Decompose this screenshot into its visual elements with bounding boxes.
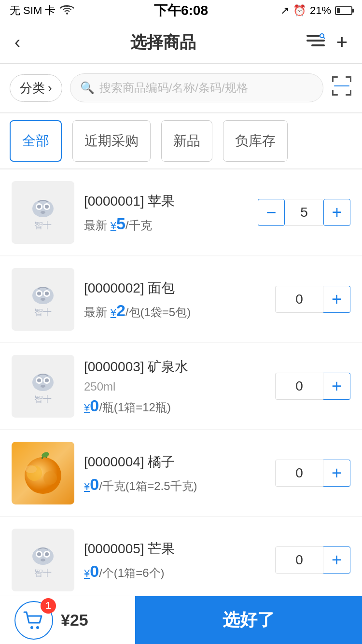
- svg-point-30: [45, 378, 49, 382]
- bottom-bar: 1 ¥25 选好了: [0, 596, 362, 644]
- svg-point-41: [37, 552, 41, 556]
- product-thumbnail: 智十: [12, 355, 74, 418]
- list-item: 智十 [0000001] 苹果 最新 ¥5/千克 − +: [0, 169, 362, 255]
- product-info: [0000005] 芒果 ¥0/个(1箱=6个): [84, 540, 265, 581]
- yen-symbol: ¥: [84, 567, 90, 579]
- svg-point-24: [45, 292, 49, 295]
- qty-input[interactable]: [275, 286, 323, 313]
- product-thumbnail: 智十: [12, 529, 74, 591]
- qty-minus-button[interactable]: −: [258, 199, 285, 226]
- price-unit: /千克(1箱=2.5千克): [99, 479, 197, 492]
- product-name: [0000005] 芒果: [84, 540, 265, 558]
- svg-point-31: [41, 385, 45, 388]
- product-price: ¥0/瓶(1箱=12瓶): [84, 396, 265, 415]
- owl-logo-icon: 智十: [28, 282, 57, 317]
- location-icon: ↗: [280, 4, 289, 17]
- brand-label: 智十: [34, 395, 52, 404]
- tab-all[interactable]: 全部: [10, 120, 62, 162]
- svg-point-35: [43, 471, 57, 485]
- svg-point-14: [32, 200, 54, 217]
- svg-point-3: [320, 34, 324, 38]
- svg-point-36: [25, 465, 37, 473]
- price-unit: /包(1袋=5包): [125, 306, 191, 319]
- price-value: 0: [90, 562, 99, 580]
- tab-recent-purchase[interactable]: 近期采购: [72, 120, 151, 162]
- product-price: 最新 ¥2/包(1袋=5包): [84, 301, 265, 320]
- product-thumbnail: 智十: [12, 181, 74, 244]
- owl-logo-icon: 智十: [28, 543, 57, 577]
- category-label: 分类: [20, 80, 45, 97]
- list-item: 智十 [0000002] 面包 最新 ¥2/包(1袋=5包) +: [0, 256, 362, 342]
- svg-point-25: [41, 298, 45, 301]
- qty-control: − +: [258, 199, 350, 226]
- search-input[interactable]: 搜索商品编码/名称/条码/规格: [99, 80, 248, 96]
- svg-rect-1: [306, 40, 325, 42]
- svg-point-43: [41, 559, 45, 561]
- svg-point-51: [36, 626, 39, 629]
- wifi-icon: [60, 4, 74, 17]
- qty-plus-button[interactable]: +: [323, 373, 350, 400]
- qty-input[interactable]: [285, 199, 323, 226]
- confirm-button[interactable]: 选好了: [135, 596, 362, 644]
- list-item: 智十 [0000005] 芒果 ¥0/个(1箱=6个) +: [0, 517, 362, 603]
- price-value: 5: [116, 214, 125, 233]
- tab-new-products[interactable]: 新品: [161, 120, 212, 162]
- product-info: [0000001] 苹果 最新 ¥5/千克: [84, 192, 248, 233]
- status-right: ↗ ⏰ 21%: [280, 4, 352, 17]
- price-value: 0: [90, 396, 99, 415]
- qty-control: +: [275, 546, 350, 574]
- product-name: [0000004] 橘子: [84, 453, 265, 471]
- status-bar: 无 SIM 卡 下午6:08 ↗ ⏰ 21%: [0, 0, 362, 21]
- nav-bar: ‹ 选择商品 +: [0, 21, 362, 64]
- svg-rect-10: [332, 90, 334, 96]
- svg-rect-8: [350, 76, 351, 82]
- svg-point-29: [37, 378, 41, 382]
- add-icon[interactable]: +: [336, 31, 348, 53]
- svg-point-38: [32, 547, 54, 565]
- search-box[interactable]: 🔍 搜索商品编码/名称/条码/规格: [70, 73, 323, 102]
- category-button[interactable]: 分类 ›: [10, 74, 62, 102]
- qty-control: +: [275, 460, 350, 487]
- svg-rect-0: [306, 35, 320, 37]
- brand-label: 智十: [34, 221, 52, 230]
- qty-input[interactable]: [275, 373, 323, 400]
- yen-symbol: ¥: [84, 480, 90, 492]
- cart-badge: 1: [41, 598, 56, 614]
- product-name: [0000001] 苹果: [84, 192, 248, 210]
- qty-input[interactable]: [275, 460, 323, 487]
- brand-label: 智十: [34, 308, 52, 317]
- svg-line-4: [323, 37, 325, 39]
- cart-icon-button[interactable]: 1: [14, 601, 53, 640]
- price-unit: /瓶(1箱=12瓶): [99, 401, 171, 414]
- qty-input[interactable]: [275, 546, 323, 574]
- search-icon: 🔍: [80, 81, 95, 95]
- qty-plus-button[interactable]: +: [323, 546, 350, 574]
- yen-symbol: ¥: [84, 402, 90, 414]
- tab-negative-stock[interactable]: 负库存: [223, 120, 288, 162]
- list-item: [0000004] 橘子 ¥0/千克(1箱=2.5千克) +: [0, 430, 362, 516]
- category-chevron-icon: ›: [48, 81, 52, 96]
- cart-area: 1 ¥25: [0, 601, 135, 640]
- yen-symbol: ¥: [111, 220, 116, 232]
- price-label: 最新: [84, 306, 107, 319]
- status-left: 无 SIM 卡: [10, 3, 74, 18]
- product-name: [0000002] 面包: [84, 279, 265, 297]
- svg-point-42: [45, 552, 49, 556]
- svg-point-20: [32, 287, 54, 304]
- qty-plus-button[interactable]: +: [323, 286, 350, 313]
- list-item: 智十 [0000003] 矿泉水 250ml ¥0/瓶(1箱=12瓶) +: [0, 343, 362, 429]
- qty-plus-button[interactable]: +: [323, 199, 350, 226]
- svg-point-18: [45, 205, 49, 209]
- product-info: [0000004] 橘子 ¥0/千克(1箱=2.5千克): [84, 453, 265, 494]
- svg-point-23: [37, 292, 41, 295]
- qty-plus-button[interactable]: +: [323, 460, 350, 487]
- battery-percent: 21%: [310, 4, 331, 17]
- scan-icon[interactable]: [331, 75, 352, 101]
- product-info: [0000002] 面包 最新 ¥2/包(1袋=5包): [84, 279, 265, 320]
- nav-right-actions: +: [306, 31, 348, 53]
- product-price: 最新 ¥5/千克: [84, 214, 248, 233]
- back-button[interactable]: ‹: [14, 32, 20, 53]
- svg-point-17: [37, 205, 41, 209]
- filter-icon[interactable]: [306, 33, 325, 52]
- svg-point-26: [32, 374, 54, 391]
